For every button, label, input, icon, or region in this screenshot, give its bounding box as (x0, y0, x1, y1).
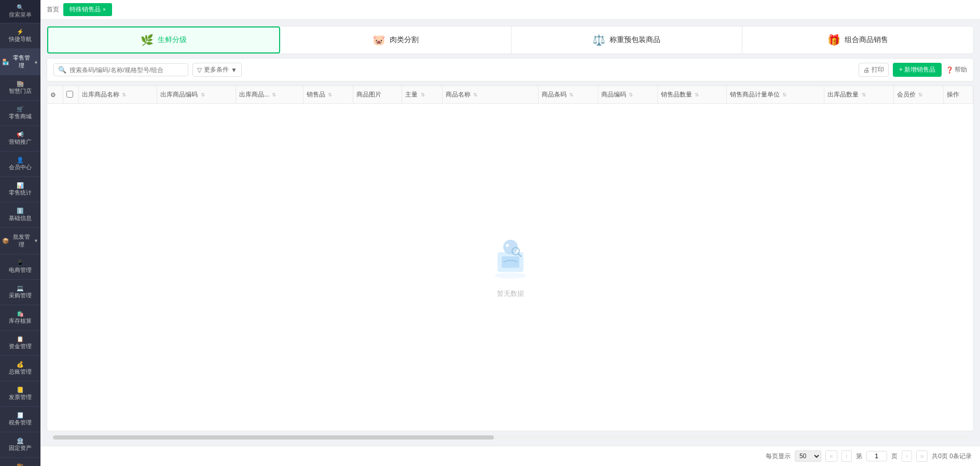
sidebar-item-fixed-assets[interactable]: 🏗️ 工资 (0, 458, 40, 466)
toolbar: 🔍 ▽ 更多条件 ▼ 🖨 打印 + 新增销售品 ❓ 帮助 (47, 58, 974, 81)
search-icon: 🔍 (58, 66, 66, 74)
page-input[interactable] (866, 451, 887, 461)
inventory-icon: 📋 (2, 336, 38, 342)
sidebar-item-ecom-mgmt[interactable]: 💻 采购管理 (0, 280, 40, 305)
sidebar-item-retail-stats[interactable]: 📊 零售统计 (0, 177, 40, 202)
finance-icon: 💰 (2, 361, 38, 368)
purchase-mgmt-icon: 🛍️ (2, 310, 38, 317)
col-out-goods-spec[interactable]: 出库商品... ⇅ (236, 86, 303, 104)
col-main-weight[interactable]: 主量 ⇅ (402, 86, 443, 104)
sidebar-item-wholesale-mgmt[interactable]: 📦 批发管理 ▼ (0, 228, 40, 254)
col-out-qty[interactable]: 出库品数量 ⇅ (824, 86, 893, 104)
sidebar-item-retail-mgmt[interactable]: 🏪 零售管理 ▲ (0, 49, 40, 75)
empty-illustration (487, 237, 534, 285)
col-goods-barcode[interactable]: 商品条码 ⇅ (539, 86, 598, 104)
help-icon: ❓ (946, 66, 954, 74)
sidebar-item-tax-mgmt[interactable]: 🏦 固定资产 (0, 432, 40, 458)
col-settings[interactable]: ⚙ (47, 86, 63, 104)
sort-icon-5: ⇅ (421, 92, 425, 98)
chevron-down-icon-2: ▼ (34, 238, 38, 243)
scrollbar-thumb[interactable] (53, 435, 494, 440)
sort-icon-12: ⇅ (918, 92, 922, 98)
svg-point-4 (506, 244, 509, 247)
sort-icon-6: ⇅ (473, 92, 477, 98)
col-goods-code[interactable]: 商品编码 ⇅ (598, 86, 657, 104)
svg-point-3 (503, 240, 518, 254)
retail-mgmt-icon: 🏪 (2, 59, 9, 65)
sidebar-item-purchase-mgmt[interactable]: 🛍️ 库存核算 (0, 305, 40, 331)
category-tabs: 🌿 生鲜分级 🐷 肉类分割 ⚖️ 称重预包装商品 🎁 组合商品销售 (47, 26, 974, 54)
quick-nav-icon: ⚡ (2, 29, 38, 35)
cat-tab-fresh-grade[interactable]: 🌿 生鲜分级 (47, 26, 280, 53)
col-sale-qty[interactable]: 销售品数量 ⇅ (657, 86, 726, 104)
fixed-assets-icon: 🏗️ (2, 463, 38, 466)
search-input[interactable] (70, 66, 184, 74)
sales-promo-icon: 📢 (2, 131, 38, 138)
sidebar-item-ledger-mgmt[interactable]: 📒 发票管理 (0, 381, 40, 407)
filter-arrow-icon: ▼ (231, 66, 237, 74)
sort-icon-3: ⇅ (272, 92, 276, 98)
svg-point-0 (495, 272, 526, 279)
total-label: 共0页 0条记录 (932, 452, 972, 461)
sort-icon-11: ⇅ (862, 92, 866, 98)
horizontal-scrollbar[interactable] (53, 435, 968, 440)
filter-btn[interactable]: ▽ 更多条件 ▼ (192, 63, 242, 77)
cat-tab-meat-cut[interactable]: 🐷 肉类分割 (280, 26, 512, 53)
page-label-post: 页 (891, 452, 898, 461)
mini-ecom-icon: 📱 (2, 259, 38, 266)
sidebar-item-inventory[interactable]: 📋 资金管理 (0, 331, 40, 356)
new-sale-btn[interactable]: + 新增销售品 (893, 63, 942, 77)
first-page-btn[interactable]: « (825, 450, 837, 462)
select-all-checkbox[interactable] (66, 91, 73, 98)
sidebar-item-basic-info[interactable]: ℹ️ 基础信息 (0, 202, 40, 228)
sort-icon-4: ⇅ (328, 92, 332, 98)
sidebar-search[interactable]: 🔍 搜索菜单 (0, 0, 40, 23)
sidebar: 🔍 搜索菜单 ⚡ 快捷导航 🏪 零售管理 ▲ 🏬 智慧门店 🛒 零售商城 📢 营… (0, 0, 40, 466)
member-center-icon: 👤 (2, 157, 38, 163)
col-member-price[interactable]: 会员价 ⇅ (893, 86, 943, 104)
sidebar-item-quick-nav[interactable]: ⚡ 快捷导航 (0, 23, 40, 49)
pagination: 每页显示 10 20 50 100 « ‹ 第 页 › » 共0页 0条记录 (40, 446, 980, 466)
sidebar-item-smart-store[interactable]: 🏬 智慧门店 (0, 75, 40, 101)
sort-icon: ⇅ (122, 92, 126, 98)
main-content: 首页 特殊销售品 × 🌿 生鲜分级 🐷 肉类分割 ⚖️ 称重预包装商品 🎁 组合… (40, 0, 980, 466)
col-sale-goods[interactable]: 销售品 ⇅ (303, 86, 353, 104)
cat-tab-combo-sale[interactable]: 🎁 组合商品销售 (742, 26, 973, 53)
sidebar-item-retail-mall[interactable]: 🛒 零售商城 (0, 101, 40, 126)
ecom-mgmt-icon: 💻 (2, 285, 38, 292)
smart-store-icon: 🏬 (2, 80, 38, 87)
page-size-select[interactable]: 10 20 50 100 (795, 450, 821, 462)
sidebar-item-mini-ecom[interactable]: 📱 电商管理 (0, 254, 40, 280)
wholesale-mgmt-icon: 📦 (2, 238, 9, 244)
help-btn[interactable]: ❓ 帮助 (946, 65, 967, 74)
col-checkbox[interactable] (63, 86, 78, 104)
sort-icon-7: ⇅ (569, 92, 573, 98)
sidebar-item-invoice-mgmt[interactable]: 🧾 税务管理 (0, 407, 40, 432)
cat-tab-weight-pkg[interactable]: ⚖️ 称重预包装商品 (512, 26, 743, 53)
sort-icon-10: ⇅ (782, 92, 786, 98)
active-tab[interactable]: 特殊销售品 × (63, 3, 112, 16)
next-page-btn[interactable]: › (902, 450, 912, 462)
search-icon: 🔍 (2, 4, 38, 11)
sort-icon-8: ⇅ (629, 92, 633, 98)
sidebar-item-sales-promo[interactable]: 📢 营销推广 (0, 126, 40, 152)
col-out-goods-code[interactable]: 出库商品编码 ⇅ (157, 86, 236, 104)
sidebar-item-finance[interactable]: 💰 总账管理 (0, 356, 40, 381)
tab-close-btn[interactable]: × (103, 7, 106, 12)
home-link[interactable]: 首页 (47, 5, 59, 14)
col-goods-name[interactable]: 商品名称 ⇅ (443, 86, 539, 104)
invoice-mgmt-icon: 🧾 (2, 412, 38, 419)
basic-info-icon: ℹ️ (2, 208, 38, 214)
last-page-btn[interactable]: » (916, 450, 928, 462)
combo-sale-icon: 🎁 (827, 34, 840, 46)
print-btn[interactable]: 🖨 打印 (859, 63, 889, 77)
sidebar-item-member-center[interactable]: 👤 会员中心 (0, 152, 40, 177)
col-sale-unit[interactable]: 销售商品计量单位 ⇅ (726, 86, 824, 104)
toolbar-right: 🖨 打印 + 新增销售品 ❓ 帮助 (859, 63, 967, 77)
tax-mgmt-icon: 🏦 (2, 437, 38, 444)
per-page-label: 每页显示 (766, 452, 791, 461)
search-box[interactable]: 🔍 (53, 63, 188, 76)
print-icon: 🖨 (863, 66, 869, 74)
prev-page-btn[interactable]: ‹ (841, 450, 852, 462)
col-out-goods-name[interactable]: 出库商品名称 ⇅ (78, 86, 157, 104)
